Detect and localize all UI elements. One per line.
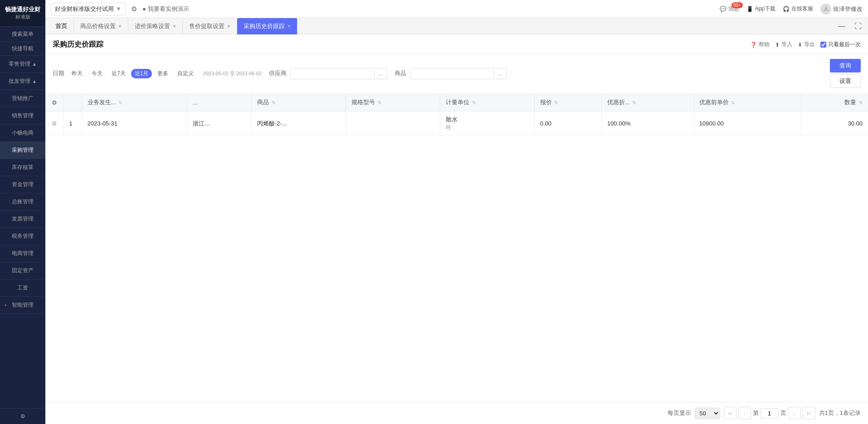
tab-history-label: 采购历史价跟踪 [244, 22, 285, 30]
online-service-btn[interactable]: 🎧 在线客服 [783, 5, 813, 13]
col-original-price[interactable]: 优惠前单价 ⇅ [693, 94, 801, 111]
app-download-btn[interactable]: 📱 App下载 [746, 5, 775, 13]
tab-history-close[interactable]: × [288, 23, 291, 29]
tab-extract[interactable]: 售价提取设置 × [183, 18, 237, 34]
supplier-input[interactable] [291, 68, 374, 79]
content-area: 采购历史价跟踪 ❓ 帮助 ⬆ 导入 ⬇ 导出 只看最后一次 [45, 34, 868, 424]
date-range-display: 2023-05-02 至 2023-06-02 [203, 70, 262, 77]
last-only-checkbox-label[interactable]: 只看最后一次 [820, 41, 861, 48]
sidebar-item-invoice[interactable]: 发票管理 [0, 211, 45, 228]
col-date[interactable]: 业务发生... ⇅ [82, 94, 187, 111]
export-link[interactable]: ⬇ 导出 [798, 41, 815, 48]
tab-home[interactable]: 首页 [49, 18, 74, 34]
tab-extract-close[interactable]: × [227, 23, 230, 29]
sort-icon-unit: ⇅ [472, 100, 476, 105]
message-btn[interactable]: 💬 消息 99+ [720, 5, 739, 13]
col-index [63, 94, 82, 111]
tab-home-label: 首页 [55, 22, 67, 30]
page-last-btn[interactable]: ⊳ [803, 407, 815, 419]
import-link[interactable]: ⬆ 导入 [775, 41, 792, 48]
export-icon: ⬇ [798, 42, 802, 48]
tab-price-label: 商品价格设置 [80, 22, 116, 30]
date-opt-yesterday[interactable]: 昨天 [68, 69, 86, 78]
col-unit[interactable]: 计量单位 ⇅ [440, 94, 534, 111]
sidebar-search[interactable]: 搜索菜单 [0, 27, 45, 42]
sidebar-item-xiaochang[interactable]: 小畅电商 [0, 125, 45, 142]
goods-ellipsis-btn[interactable]: ... [494, 69, 507, 78]
col-price[interactable]: 报价 ⇅ [534, 94, 601, 111]
user-profile-btn[interactable]: 人 徐泽华修改 [820, 4, 863, 14]
date-opt-more[interactable]: 更多 [154, 69, 172, 78]
date-opt-custom[interactable]: 自定义 [174, 69, 197, 78]
page-prev-btn[interactable]: ‹ [738, 407, 751, 419]
date-options: 昨天 今天 近7天 近1月 更多 自定义 [68, 69, 197, 78]
chevron-icon: ▲ [32, 62, 37, 67]
col-goods[interactable]: 商品 ⇅ [251, 94, 346, 111]
sidebar-item-ledger[interactable]: 总账管理 [0, 193, 45, 211]
sort-icon-goods: ⇅ [272, 100, 275, 105]
last-only-label: 只看最后一次 [828, 41, 861, 48]
data-table: ⚙ 业务发生... ⇅ ... 商品 ⇅ 规格型号 ⇅ 计量单位 ⇅ 报价 ⇅ … [45, 94, 868, 136]
filter-actions: 查询 设置 [830, 59, 861, 88]
sidebar-item-inventory[interactable]: 库存核算 [0, 159, 45, 176]
chevron-icon: ▲ [32, 79, 37, 84]
date-opt-last1m[interactable]: 近1月 [131, 69, 152, 78]
tab-price[interactable]: 商品价格设置 × [74, 18, 128, 34]
logo-sub: 标准版 [4, 14, 42, 20]
col-settings[interactable]: ⚙ [45, 94, 63, 111]
export-label: 导出 [804, 41, 815, 48]
tab-history[interactable]: 采购历史价跟踪 × [237, 18, 297, 34]
sidebar-item-assets[interactable]: 固定资产 [0, 262, 45, 279]
sidebar-item-finance[interactable]: 资金管理 [0, 176, 45, 193]
col-more[interactable]: ... [187, 94, 252, 111]
supplier-ellipsis-btn[interactable]: ... [374, 69, 387, 78]
col-quantity[interactable]: 数量 ⇅ [801, 94, 868, 111]
last-only-checkbox[interactable] [820, 42, 826, 48]
sidebar-item-ecommerce[interactable]: 电商管理 [0, 245, 45, 262]
row-date: 2023-05-31 [82, 111, 187, 136]
sidebar-item-wholesale[interactable]: 批发管理 ▲ [0, 73, 45, 90]
version-selector[interactable]: 好业财标准版交付试用 ▼ [51, 3, 126, 15]
page-first-btn[interactable]: ⊲ [724, 407, 736, 419]
sidebar-item-tax[interactable]: 税务管理 [0, 228, 45, 245]
query-button[interactable]: 查询 [830, 59, 861, 72]
sidebar-nav[interactable]: 快捷导航 [0, 42, 45, 56]
sidebar-item-marketing[interactable]: 营销推广 [0, 90, 45, 107]
avatar: 人 [820, 4, 831, 14]
row-settings[interactable]: ⚙ [45, 111, 63, 136]
page-input[interactable] [761, 408, 779, 419]
per-page-select[interactable]: 50 100 200 [695, 408, 720, 419]
tab-strategy-close[interactable]: × [173, 23, 176, 29]
tab-minimize-btn[interactable]: — [835, 20, 848, 33]
sidebar-item-payroll[interactable]: 工资 [0, 279, 45, 297]
date-opt-last7[interactable]: 近7天 [108, 69, 129, 78]
sidebar-settings-btn[interactable]: ⚙ [0, 408, 45, 424]
tab-maximize-btn[interactable]: ⛶ [852, 20, 864, 33]
message-icon: 💬 [720, 6, 727, 12]
sidebar-item-smart[interactable]: 智能管理 [0, 297, 45, 314]
settings-button[interactable]: 设置 [830, 74, 861, 88]
topbar-right: 💬 消息 99+ 📱 App下载 🎧 在线客服 人 徐泽华修改 [720, 4, 863, 14]
topbar-settings-icon[interactable]: ⚙ [131, 5, 137, 13]
sidebar-item-retail[interactable]: 零售管理 ▲ [0, 56, 45, 73]
date-filter-group: 日期 昨天 今天 近7天 近1月 更多 自定义 2023-05-02 至 202… [53, 69, 262, 78]
table-row: ⚙ 1 2023-05-31 浙江... 丙烯酸-2-... 散水吨 0.00 … [45, 111, 868, 136]
col-discount[interactable]: 优惠折... ⇅ [601, 94, 693, 111]
tab-strategy[interactable]: 进价策略设置 × [128, 18, 183, 34]
date-opt-today[interactable]: 今天 [88, 69, 106, 78]
demo-link[interactable]: ● 我要看实例演示 [142, 5, 189, 13]
goods-input[interactable] [410, 68, 494, 79]
sidebar-item-label: 资金管理 [12, 181, 34, 188]
help-link[interactable]: ❓ 帮助 [750, 41, 770, 48]
import-icon: ⬆ [775, 42, 780, 48]
goods-filter-group: 商品 ... [395, 68, 507, 79]
supplier-input-wrap: ... [290, 68, 387, 79]
tab-price-close[interactable]: × [118, 23, 122, 29]
row-index: 1 [63, 111, 82, 136]
sidebar-item-sales[interactable]: 销售管理 [0, 107, 45, 125]
sidebar-item-label: 工资 [17, 284, 28, 292]
row-spec [346, 111, 440, 136]
page-next-btn[interactable]: › [788, 407, 801, 419]
col-spec[interactable]: 规格型号 ⇅ [346, 94, 440, 111]
sidebar-item-purchase[interactable]: 采购管理 [0, 142, 45, 159]
